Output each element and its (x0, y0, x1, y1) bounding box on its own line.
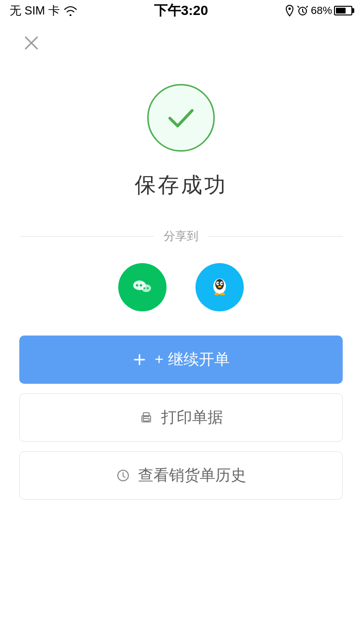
share-wechat-button[interactable] (118, 263, 167, 311)
share-qq-button[interactable] (195, 263, 244, 311)
close-button[interactable] (19, 31, 43, 55)
success-title: 保存成功 (135, 171, 227, 199)
share-section: 分享到 (19, 228, 343, 311)
checkmark-icon (164, 101, 198, 135)
qq-icon (206, 274, 233, 301)
status-bar: 无 SIM 卡 下午3:20 68% (0, 0, 362, 21)
svg-point-16 (218, 286, 222, 288)
battery-icon (334, 6, 352, 15)
continue-order-label: + 继续开单 (154, 349, 230, 370)
svg-rect-23 (143, 419, 149, 421)
history-button[interactable]: 查看销货单历史 (19, 451, 343, 500)
share-icons (19, 263, 343, 311)
alarm-icon (297, 5, 308, 16)
share-label: 分享到 (164, 228, 198, 244)
success-area: 保存成功 (19, 84, 343, 199)
share-divider: 分享到 (19, 228, 343, 244)
status-carrier: 无 SIM 卡 (10, 3, 77, 18)
continue-order-button[interactable]: + 继续开单 (19, 336, 343, 384)
svg-point-14 (218, 283, 219, 284)
print-button[interactable]: 打印单据 (19, 393, 343, 442)
print-label: 打印单据 (161, 407, 223, 428)
svg-point-18 (220, 293, 225, 295)
plus-icon (132, 352, 147, 367)
action-buttons: + 继续开单 打印单据 查看销货单历史 (19, 336, 343, 500)
svg-point-17 (214, 293, 219, 295)
history-label: 查看销货单历史 (138, 465, 246, 486)
success-circle (147, 84, 215, 152)
status-right-group: 68% (285, 4, 352, 17)
battery-fill (336, 8, 346, 14)
svg-point-5 (136, 284, 139, 287)
svg-point-6 (140, 284, 142, 287)
print-icon (139, 410, 153, 425)
svg-point-15 (222, 283, 223, 284)
main-content: 保存成功 分享到 (0, 21, 362, 509)
carrier-text: 无 SIM 卡 (10, 3, 60, 18)
battery-percent: 68% (311, 4, 332, 17)
svg-point-7 (141, 284, 151, 292)
wechat-icon (129, 274, 156, 301)
svg-point-8 (143, 287, 145, 289)
battery-container: 68% (311, 4, 352, 17)
history-icon (116, 468, 130, 483)
svg-point-24 (143, 417, 144, 419)
svg-point-9 (147, 287, 149, 289)
wifi-icon (64, 5, 77, 16)
svg-point-0 (288, 8, 291, 10)
status-time: 下午3:20 (154, 1, 208, 20)
location-icon (285, 5, 294, 16)
